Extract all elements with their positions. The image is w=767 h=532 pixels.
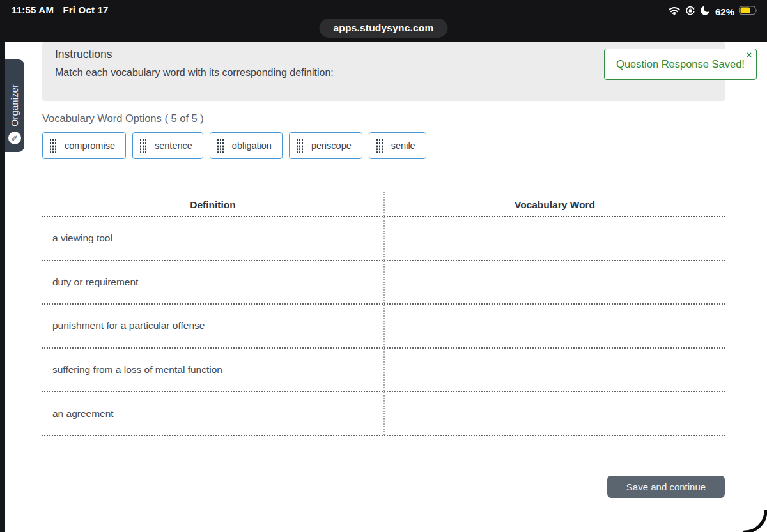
pen-stroke-mark bbox=[741, 509, 767, 532]
response-saved-toast: Question Response Saved! × bbox=[604, 49, 757, 80]
word-chip-label: compromise bbox=[65, 141, 115, 151]
save-and-continue-button[interactable]: Save and continue bbox=[607, 476, 725, 498]
definition-cell: punishment for a particular offense bbox=[42, 305, 384, 347]
status-icons: 62% bbox=[668, 5, 758, 19]
toast-close-icon[interactable]: × bbox=[747, 50, 752, 60]
drag-handle-icon bbox=[376, 138, 383, 153]
time-label: 11:55 AM bbox=[12, 4, 54, 15]
organizer-tab[interactable]: ✎ Organizer bbox=[5, 59, 24, 152]
drag-handle-icon bbox=[49, 138, 56, 153]
vocabulary-word-column-header: Vocabulary Word bbox=[384, 192, 725, 216]
definition-column-header: Definition bbox=[42, 192, 384, 216]
address-bar[interactable]: apps.studysync.com bbox=[320, 19, 448, 38]
drag-handle-icon bbox=[217, 138, 224, 153]
word-chip-label: obligation bbox=[232, 141, 272, 151]
word-drop-zone[interactable] bbox=[384, 349, 725, 391]
table-row: a viewing tool bbox=[42, 217, 725, 261]
pencil-circle-icon: ✎ bbox=[8, 132, 21, 144]
word-drop-zone[interactable] bbox=[384, 217, 725, 260]
table-row: suffering from a loss of mental function bbox=[42, 349, 725, 393]
orientation-lock-icon bbox=[685, 6, 695, 19]
left-edge-strip bbox=[0, 42, 5, 532]
definition-cell: an agreement bbox=[42, 392, 384, 435]
word-drop-zone[interactable] bbox=[384, 305, 725, 347]
battery-percent-label: 62% bbox=[715, 6, 734, 17]
word-chip-senile[interactable]: senile bbox=[369, 132, 426, 159]
definition-cell: suffering from a loss of mental function bbox=[42, 349, 384, 391]
options-label: Vocabulary Word Options ( 5 of 5 ) bbox=[42, 112, 204, 125]
word-chip-compromise[interactable]: compromise bbox=[42, 132, 126, 159]
table-row: duty or requirement bbox=[42, 261, 725, 305]
focus-moon-icon bbox=[700, 5, 711, 19]
word-chip-label: sentence bbox=[155, 141, 192, 151]
battery-icon bbox=[739, 6, 758, 18]
word-chip-obligation[interactable]: obligation bbox=[210, 132, 283, 159]
page: 11:55 AM Fri Oct 17 apps.studysync.com bbox=[0, 0, 767, 532]
word-chip-periscope[interactable]: periscope bbox=[289, 132, 362, 159]
word-chip-sentence[interactable]: sentence bbox=[132, 132, 203, 159]
definition-cell: a viewing tool bbox=[42, 217, 384, 260]
word-drop-zone[interactable] bbox=[384, 392, 725, 435]
status-bar: 11:55 AM Fri Oct 17 apps.studysync.com bbox=[0, 0, 767, 42]
word-chip-label: periscope bbox=[311, 141, 352, 151]
table-row: an agreement bbox=[42, 392, 725, 436]
table-header-row: Definition Vocabulary Word bbox=[42, 192, 725, 217]
drag-handle-icon bbox=[296, 138, 303, 153]
match-table: Definition Vocabulary Word a viewing too… bbox=[42, 192, 725, 436]
date-label: Fri Oct 17 bbox=[63, 4, 108, 15]
organizer-tab-label: Organizer bbox=[10, 84, 20, 126]
definition-cell: duty or requirement bbox=[42, 261, 384, 304]
word-drop-zone[interactable] bbox=[384, 261, 725, 304]
toast-message: Question Response Saved! bbox=[616, 58, 745, 70]
word-options-row: compromise sentence obligation periscope… bbox=[42, 132, 426, 159]
table-row: punishment for a particular offense bbox=[42, 305, 725, 349]
word-chip-label: senile bbox=[391, 141, 415, 151]
drag-handle-icon bbox=[139, 138, 146, 153]
wifi-icon bbox=[668, 6, 681, 18]
clock: 11:55 AM Fri Oct 17 bbox=[12, 4, 109, 15]
